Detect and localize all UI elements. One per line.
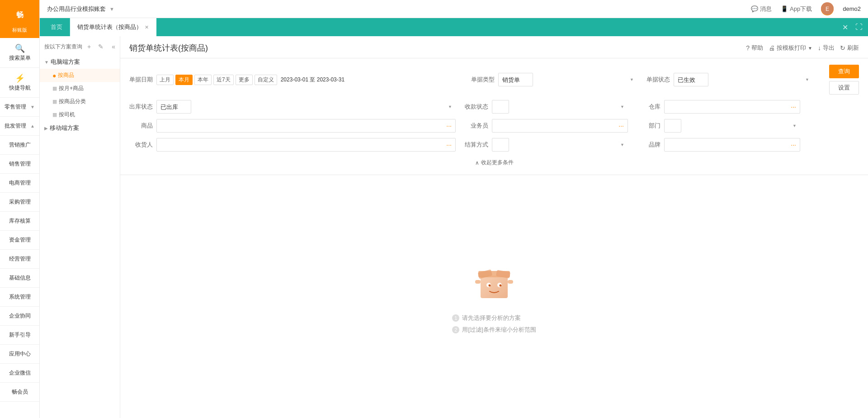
- btn-custom[interactable]: 自定义: [255, 75, 277, 85]
- brand-input-area[interactable]: ···: [664, 138, 800, 152]
- sub-item-by-month-goods[interactable]: ▦ 按月+商品: [40, 82, 120, 95]
- tab-close-icon[interactable]: ✕: [145, 24, 149, 30]
- tab-home[interactable]: 首页: [43, 18, 70, 36]
- sub-item-by-scanner[interactable]: ▦ 按司机: [40, 108, 120, 121]
- btn-last-7days[interactable]: 近7天: [213, 75, 234, 85]
- sidebar-item-guide[interactable]: 新手引导: [0, 326, 39, 345]
- btn-this-year[interactable]: 本年: [194, 75, 212, 85]
- sidebar-wholesale-label: 批发管理: [5, 122, 26, 130]
- page-content: 按以下方案查询 + ✎ « ▼ 电脑端方案 ● 按商品: [40, 36, 868, 418]
- btn-this-month[interactable]: 本月: [175, 75, 193, 85]
- warehouse-dots[interactable]: ···: [791, 103, 796, 110]
- pc-scheme-label: 电脑端方案: [51, 58, 80, 66]
- by-scanner-label: 按司机: [59, 111, 75, 119]
- filter-panel-title: 按以下方案查询: [44, 43, 82, 51]
- export-label: 导出: [823, 44, 835, 52]
- btn-more[interactable]: 更多: [236, 75, 253, 85]
- by-goods-category-label: 按商品分类: [59, 98, 86, 105]
- message-action[interactable]: 💬 消息: [751, 5, 772, 13]
- goods-input-area[interactable]: ···: [156, 119, 456, 133]
- doc-type-select[interactable]: 销货单: [498, 73, 533, 86]
- sidebar-item-search[interactable]: 🔍 搜索菜单: [0, 38, 39, 68]
- sidebar-item-purchase[interactable]: 采购管理: [0, 193, 39, 212]
- by-goods-label: 按商品: [58, 71, 74, 79]
- refresh-btn[interactable]: ↻ 刷新: [840, 44, 859, 52]
- sidebar-item-sales[interactable]: 销售管理: [0, 155, 39, 174]
- sidebar-system-label: 系统管理: [9, 293, 31, 301]
- sidebar-item-wechat[interactable]: 企业微信: [0, 364, 39, 383]
- by-month-goods-label: 按月+商品: [59, 85, 84, 92]
- field-date: 单据日期 上月 本月 本年 近7天 更多 自定义 2023-03-01 至 20…: [129, 75, 462, 85]
- sidebar-item-member[interactable]: 畅会员: [0, 383, 39, 402]
- template-print-btn[interactable]: 🖨 按模板打印 ▼: [769, 44, 812, 52]
- doc-type-label: 单据类型: [471, 76, 495, 84]
- sidebar-sales-label: 销售管理: [9, 160, 31, 168]
- receiver-label: 收货人: [129, 141, 153, 149]
- doc-status-select[interactable]: 已生效: [674, 73, 708, 86]
- tree-pc-scheme[interactable]: ▼ 电脑端方案: [40, 55, 120, 69]
- sidebar-item-basic[interactable]: 基础信息: [0, 269, 39, 288]
- mobile-scheme-label: 移动端方案: [50, 124, 79, 132]
- sub-item-by-goods[interactable]: ● 按商品: [40, 69, 120, 82]
- sidebar-item-wholesale[interactable]: 批发管理 ▲: [0, 117, 39, 136]
- goods-dots[interactable]: ···: [446, 122, 452, 129]
- message-label: 消息: [760, 5, 772, 13]
- export-icon: ↓: [818, 44, 821, 52]
- sidebar-item-marketing[interactable]: 营销推广: [0, 136, 39, 155]
- sidebar-item-quicknav[interactable]: ⚡ 快捷导航: [0, 68, 39, 98]
- warehouse-input-area[interactable]: ···: [664, 100, 800, 114]
- print-dropdown-icon: ▼: [808, 46, 812, 51]
- export-btn[interactable]: ↓ 导出: [818, 44, 835, 52]
- refresh-label: 刷新: [847, 44, 859, 52]
- app-download-action[interactable]: 📱 App下载: [781, 5, 812, 13]
- salesman-input-area[interactable]: ···: [492, 119, 628, 133]
- query-btn[interactable]: 查询: [829, 65, 859, 78]
- panel-collapse-btn[interactable]: «: [112, 43, 115, 50]
- sidebar-item-retail[interactable]: 零售管理 ▼: [0, 98, 39, 117]
- sidebar-item-apps[interactable]: 应用中心: [0, 345, 39, 364]
- sidebar-marketing-label: 营销推广: [9, 141, 31, 149]
- sidebar-search-label: 搜索菜单: [9, 54, 31, 62]
- user-name: demo2: [843, 5, 861, 12]
- tip-text-2: 用[过滤]条件来缩小分析范围: [462, 326, 536, 334]
- department-select[interactable]: [664, 119, 681, 133]
- sidebar-item-enterprise[interactable]: 企业协同: [0, 307, 39, 326]
- payment-status-select[interactable]: [492, 100, 509, 114]
- tab-close-all-btn[interactable]: ✕: [840, 23, 850, 32]
- add-scheme-btn[interactable]: +: [84, 42, 94, 52]
- header-dropdown-icon[interactable]: ▼: [109, 6, 114, 12]
- help-btn[interactable]: ? 帮助: [746, 44, 763, 52]
- app-logo[interactable]: 畅 标账版: [0, 0, 39, 38]
- sub-item-by-goods-category[interactable]: ▦ 按商品分类: [40, 95, 120, 108]
- sidebar-item-inventory[interactable]: 库存核算: [0, 212, 39, 231]
- sidebar-wechat-label: 企业微信: [9, 369, 31, 377]
- by-goods-category-icon: ▦: [52, 99, 57, 104]
- sidebar-item-ecommerce[interactable]: 电商管理: [0, 174, 39, 193]
- header-right: 💬 消息 📱 App下载 E demo2: [751, 3, 861, 15]
- svg-point-11: [500, 284, 502, 286]
- filter-form: 单据日期 上月 本月 本年 近7天 更多 自定义 2023-03-01 至 20…: [120, 58, 868, 175]
- collapse-more-btn[interactable]: ∧ 收起更多条件: [475, 159, 514, 166]
- tab-sales-stat[interactable]: 销货单统计表（按商品） ✕: [70, 18, 156, 36]
- setting-btn[interactable]: 设置: [829, 81, 859, 95]
- salesman-dots[interactable]: ···: [618, 122, 624, 129]
- filter-row-4: 收货人 ··· 结算方式: [129, 138, 859, 152]
- page-title-bar: 销货单统计表(按商品) ? 帮助 🖨 按模板打印 ▼ ↓ 导出: [120, 36, 868, 58]
- edit-scheme-btn[interactable]: ✎: [96, 42, 106, 52]
- receiver-dots[interactable]: ···: [446, 141, 452, 148]
- tab-expand-btn[interactable]: ⛶: [854, 23, 864, 31]
- out-status-select[interactable]: 已出库: [156, 100, 191, 114]
- sidebar-item-finance[interactable]: 资金管理: [0, 231, 39, 250]
- salesman-label: 业务员: [465, 122, 488, 130]
- sidebar-apps-label: 应用中心: [9, 350, 31, 358]
- payment-method-select[interactable]: [492, 138, 509, 152]
- sidebar-item-system[interactable]: 系统管理: [0, 288, 39, 307]
- receiver-input-area[interactable]: ···: [156, 138, 456, 152]
- brand-dots[interactable]: ···: [791, 141, 796, 148]
- tab-bar-right: ✕ ⛶: [840, 23, 864, 32]
- user-avatar[interactable]: E: [821, 3, 834, 15]
- page-title: 销货单统计表(按商品): [129, 43, 208, 53]
- sidebar-item-operations[interactable]: 经营管理: [0, 250, 39, 269]
- tree-mobile-scheme[interactable]: ▶ 移动端方案: [40, 121, 120, 135]
- btn-last-month[interactable]: 上月: [156, 75, 174, 85]
